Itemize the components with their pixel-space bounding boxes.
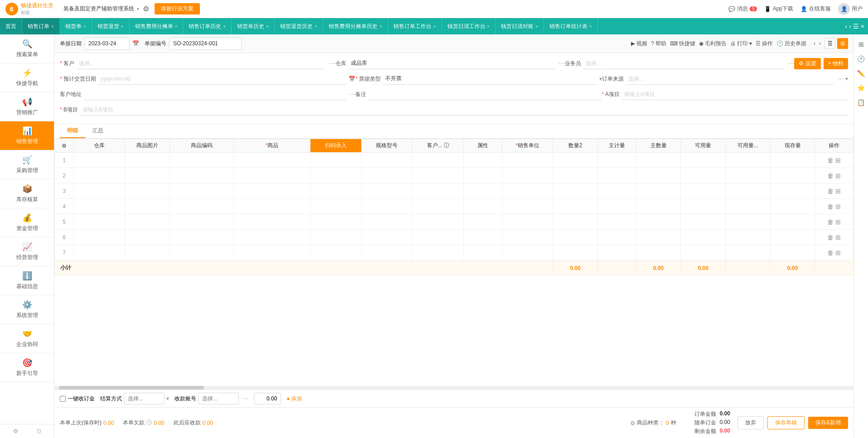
warehouse-expand[interactable]: ··· [559,59,565,67]
tab-detail[interactable]: 明细 [60,124,85,138]
row-2-avail[interactable] [681,168,726,183]
date-input[interactable] [84,37,130,50]
amount-input[interactable] [254,393,281,404]
row-2-main-qty[interactable] [636,168,681,183]
row-5-delete[interactable]: 🗑 [827,218,834,226]
remark-input[interactable] [368,88,601,100]
tab-sales-summary[interactable]: 销售订单统计表 × [544,18,598,34]
row-2-attr[interactable] [464,168,502,183]
row-1-copy[interactable]: ⊞ [835,157,841,164]
row-1-main-unit[interactable] [598,153,636,168]
settings-icon[interactable]: ⚙ [143,5,149,13]
nav-prev[interactable]: ‹ [845,23,847,30]
row-1-code[interactable] [170,153,233,168]
print-dropdown[interactable]: ▾ [749,40,752,47]
sidebar-item-base[interactable]: ℹ️ 基础信息 [0,266,54,295]
profit-btn[interactable]: ◉ 毛利预告 [699,40,727,48]
row-1-qty2[interactable] [553,153,598,168]
one-click-checkbox[interactable] [60,396,66,402]
message-btn[interactable]: 💬 消息 9 [728,5,757,13]
salesperson-expand[interactable]: ··· [788,59,794,67]
tab-daily-clear[interactable]: 钱货日清工作台 × [442,18,496,34]
col-scan[interactable]: 扫码录入 [310,139,361,153]
tab-home[interactable]: 首页 [0,18,22,34]
row-2-product[interactable] [233,168,310,183]
close-sales-return[interactable]: × [121,24,124,29]
close-daily-clear[interactable]: × [487,24,490,29]
save-draft-button[interactable]: 保存草稿 [767,416,805,429]
row-2-delete[interactable]: 🗑 [827,172,834,179]
history-btn[interactable]: 🕐 历史单据 [776,40,806,48]
sidebar-item-system[interactable]: ⚙️ 系统管理 [0,295,54,324]
close-sales-order[interactable]: × [51,24,54,29]
tab-sales-return[interactable]: 销货退货 × [92,18,130,34]
app-download-btn[interactable]: 📱 App下载 [764,5,793,13]
close-order-workbench[interactable]: × [433,24,436,29]
sidebar-item-sales[interactable]: 📊 销售管理 [0,121,54,150]
sidebar-item-search[interactable]: 🔍 搜索菜单 [0,34,54,63]
right-icon-3[interactable]: ✏️ [855,67,868,80]
row-1-avail[interactable] [681,153,726,168]
payment-method-arrow[interactable]: ▾ [166,395,169,402]
warehouse-input[interactable] [348,58,555,69]
this-order-info[interactable]: ⓘ [146,419,152,427]
calendar-icon[interactable]: 📅 [132,40,139,47]
nav-next[interactable]: › [849,23,851,30]
sidebar-item-inventory[interactable]: 📦 库存核算 [0,179,54,208]
row-2-stock[interactable] [770,168,815,183]
settings-button[interactable]: ⚙ 设置 [794,58,820,69]
close-sales-order-history[interactable]: × [223,24,226,29]
row-2-main-unit[interactable] [598,168,636,183]
scrollbar-thumb[interactable] [59,386,204,390]
view-btn[interactable]: ▶ 视频 [631,40,647,48]
sidebar-item-finance[interactable]: 💰 资金管理 [0,208,54,237]
row-2-customer-code[interactable] [412,168,464,183]
row-2-unit[interactable] [502,168,553,183]
close-expense-history[interactable]: × [379,24,382,29]
close-sales-invoice[interactable]: × [83,24,86,29]
close-sales-expense[interactable]: × [175,24,178,29]
row-1-delete[interactable]: 🗑 [827,157,834,164]
right-icon-4[interactable]: ⭐ [855,82,868,94]
help-btn[interactable]: ? 帮助 [651,40,666,48]
sidebar-item-purchase[interactable]: 🛒 采购管理 [0,150,54,179]
customer-input[interactable] [76,58,325,69]
sidebar-collapse-btn[interactable]: ⟨⟩ [37,428,41,434]
row-4-delete[interactable]: 🗑 [827,203,834,210]
row-2-scan[interactable] [310,168,361,183]
row-1-stock[interactable] [770,153,815,168]
order-source-arrow[interactable]: ▾ [845,76,848,82]
row-4-copy[interactable]: ⊞ [835,203,841,210]
row-1-spec[interactable] [361,153,412,168]
invoice-type-input[interactable] [383,73,597,85]
address-input[interactable] [83,88,346,100]
close-daily-reconcile[interactable]: × [535,24,538,29]
sidebar-item-operation[interactable]: 📈 经营管理 [0,237,54,266]
sidebar-item-collab[interactable]: 🤝 企业协同 [0,324,54,353]
row-1-product[interactable] [233,153,310,168]
order-source-input[interactable] [626,73,834,85]
tab-sales-expense[interactable]: 销售费用分摊单 × [130,18,184,34]
row-2-spec[interactable] [361,168,412,183]
row-1-customer-code[interactable] [412,153,464,168]
row-1-avail2[interactable] [726,153,771,168]
row-3-copy[interactable]: ⊞ [835,188,841,195]
row-2-warehouse[interactable] [74,168,125,183]
row-7-copy[interactable]: ⊞ [835,249,841,256]
account-expand[interactable]: ··· [242,395,248,403]
online-service-btn[interactable]: 👤 在线客服 [800,5,831,13]
goods-count-icon[interactable]: ⊙ [630,420,635,426]
address-expand[interactable]: ··· [349,90,355,98]
add-link[interactable]: ● 添加 [286,395,301,403]
horizontal-scrollbar[interactable] [54,386,853,390]
right-icon-1[interactable]: ⊞ [855,38,868,51]
row-7-delete[interactable]: 🗑 [827,249,834,256]
row-2-image[interactable] [125,168,170,183]
col-settings[interactable]: ⚙ [55,139,74,153]
row-2-copy[interactable]: ⊞ [835,172,841,179]
close-return-history[interactable]: × [315,24,317,29]
row-5-copy[interactable]: ⊞ [835,218,841,226]
tab-return-history[interactable]: 销货退货历史 × [275,18,323,34]
user-btn[interactable]: 👤 用户 [838,3,863,15]
row-2-avail2[interactable] [726,168,771,183]
